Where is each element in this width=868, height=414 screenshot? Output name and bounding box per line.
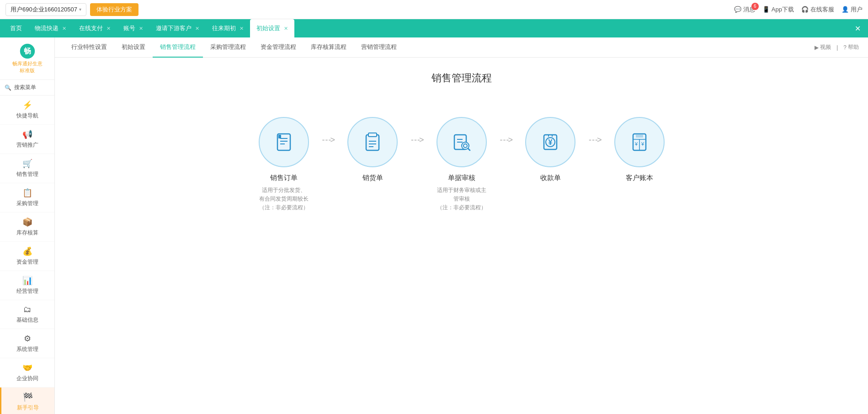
video-icon: ▶ bbox=[815, 44, 819, 51]
search-menu[interactable]: 🔍 搜索菜单 bbox=[0, 80, 54, 96]
tab-industry[interactable]: 行业特性设置 bbox=[64, 37, 114, 58]
tab-purchase-flow[interactable]: 采购管理流程 bbox=[203, 37, 253, 58]
account-book-icon: ¥ ¥ bbox=[628, 131, 650, 153]
sidebar-item-label: 快捷导航 bbox=[16, 112, 38, 120]
sidebar-item-sales[interactable]: 🛒 销售管理 bbox=[0, 154, 54, 183]
operations-icon: 📊 bbox=[22, 276, 32, 286]
user-selector[interactable]: 用户690企业1660120507 ▾ bbox=[5, 3, 86, 16]
nav-invite[interactable]: 邀请下游客户 ✕ bbox=[149, 19, 206, 37]
help-link[interactable]: ? 帮助 bbox=[843, 43, 859, 51]
user-avatar-icon: 👤 bbox=[841, 6, 849, 13]
svg-text:¥: ¥ bbox=[548, 138, 553, 146]
flow-step-sales-order: 销售订单 适用于分批发货、有合同发货周期较长（注：非必要流程） bbox=[247, 117, 320, 212]
close-icon[interactable]: ✕ bbox=[195, 26, 199, 32]
nav-home[interactable]: 首页 bbox=[4, 19, 28, 37]
flow-arrow-3: - - -> bbox=[500, 117, 512, 145]
invoice-icon bbox=[362, 131, 383, 153]
arrow-icon: - - -> bbox=[322, 135, 335, 145]
nav-invite-label: 邀请下游客户 bbox=[156, 24, 192, 32]
tab-marketing-flow[interactable]: 营销管理流程 bbox=[354, 37, 404, 58]
tab-inventory-flow[interactable]: 库存核算流程 bbox=[304, 37, 354, 58]
sidebar-item-system[interactable]: ⚙ 系统管理 bbox=[0, 329, 54, 358]
app-label: App下载 bbox=[772, 5, 794, 14]
sidebar-logo[interactable]: 畅 畅库通好生意标准版 bbox=[0, 37, 54, 80]
sidebar-item-label: 新手引导 bbox=[17, 404, 39, 412]
flow-arrow-2: - - -> bbox=[411, 117, 423, 145]
tab-inventory-flow-label: 库存核算流程 bbox=[311, 43, 346, 50]
enterprise-collab-icon: 🤝 bbox=[22, 363, 32, 373]
video-link[interactable]: ▶ 视频 bbox=[815, 43, 831, 51]
nav-payment[interactable]: 在线支付 ✕ bbox=[73, 19, 117, 37]
close-icon[interactable]: ✕ bbox=[284, 26, 288, 32]
nav-period[interactable]: 往来期初 ✕ bbox=[206, 19, 250, 37]
user-item[interactable]: 👤 用户 bbox=[841, 5, 863, 14]
sidebar-item-enterprise-collab[interactable]: 🤝 企业协同 bbox=[0, 358, 54, 387]
svg-text:¥: ¥ bbox=[634, 141, 638, 147]
flow-circle-review[interactable] bbox=[437, 117, 487, 167]
close-icon[interactable]: ✕ bbox=[107, 26, 111, 32]
user-label: 用户 bbox=[851, 5, 863, 14]
flow-circle-receipt[interactable]: ¥ bbox=[525, 117, 575, 167]
step-receipt-title: 收款单 bbox=[540, 174, 561, 182]
close-icon[interactable]: ✕ bbox=[62, 26, 66, 32]
nav-account[interactable]: 账号 ✕ bbox=[117, 19, 149, 37]
message-item[interactable]: 💬 消息 6 bbox=[734, 5, 755, 14]
finance-icon: 💰 bbox=[22, 246, 32, 256]
svg-rect-28 bbox=[636, 135, 643, 138]
sidebar-item-inventory[interactable]: 📦 库存核算 bbox=[0, 212, 54, 242]
nav-logistics-label: 物流快递 bbox=[35, 24, 59, 32]
message-icon: 💬 bbox=[734, 6, 741, 13]
user-selector-text: 用户690企业1660120507 bbox=[11, 5, 77, 14]
purchase-icon: 📋 bbox=[22, 188, 32, 198]
quick-nav-icon: ⚡ bbox=[22, 100, 32, 110]
order-icon bbox=[273, 131, 295, 153]
svg-rect-6 bbox=[278, 135, 281, 138]
sidebar-item-purchase[interactable]: 📋 采购管理 bbox=[0, 183, 54, 212]
step-sales-order-desc: 适用于分批发货、有合同发货周期较长（注：非必要流程） bbox=[259, 186, 309, 212]
help-icon: ? bbox=[843, 44, 847, 51]
nav-payment-label: 在线支付 bbox=[79, 24, 103, 32]
sidebar-item-basic-info[interactable]: 🗂 基础信息 bbox=[0, 300, 54, 329]
tab-init-label: 初始设置 bbox=[122, 43, 145, 50]
flow-circle-account-book[interactable]: ¥ ¥ bbox=[614, 117, 665, 167]
chevron-down-icon: ▾ bbox=[79, 7, 81, 12]
sidebar-item-quick-nav[interactable]: ⚡ 快捷导航 bbox=[0, 96, 54, 125]
sidebar-item-operations[interactable]: 📊 经营管理 bbox=[0, 271, 54, 300]
trial-button[interactable]: 体验行业方案 bbox=[90, 3, 138, 16]
beginner-icon: 🏁 bbox=[23, 392, 33, 402]
tab-sales-flow-label: 销售管理流程 bbox=[160, 43, 196, 50]
marketing-icon: 📢 bbox=[22, 129, 32, 139]
flow-circle-sales-invoice[interactable] bbox=[347, 117, 398, 167]
nav-account-label: 账号 bbox=[123, 24, 135, 32]
content-tabs-right: ▶ 视频 | ? 帮助 bbox=[815, 43, 859, 51]
sidebar-item-beginner[interactable]: 🏁 新手引导 bbox=[0, 387, 54, 414]
basic-info-icon: 🗂 bbox=[23, 305, 32, 314]
sidebar-item-marketing[interactable]: 📢 营销推广 bbox=[0, 125, 54, 154]
tab-fund-flow[interactable]: 资金管理流程 bbox=[253, 37, 304, 58]
tab-fund-flow-label: 资金管理流程 bbox=[261, 43, 296, 50]
tab-sales-flow[interactable]: 销售管理流程 bbox=[153, 37, 203, 58]
customer-service-item[interactable]: 🎧 在线客服 bbox=[801, 5, 834, 14]
flow-step-sales-invoice: 销货单 bbox=[336, 117, 409, 186]
content-scroll: 销售管理流程 销售订单 适用于分批发货、有合同 bbox=[55, 58, 868, 414]
sidebar-item-finance[interactable]: 💰 资金管理 bbox=[0, 242, 54, 271]
app-download-item[interactable]: 📱 App下载 bbox=[762, 5, 794, 14]
nav-bar: 首页 物流快递 ✕ 在线支付 ✕ 账号 ✕ 邀请下游客户 ✕ 往来期初 ✕ 初始… bbox=[0, 19, 868, 37]
tab-marketing-flow-label: 营销管理流程 bbox=[361, 43, 397, 50]
close-icon[interactable]: ✕ bbox=[240, 26, 244, 32]
nav-init-settings[interactable]: 初始设置 ✕ bbox=[250, 19, 294, 37]
tab-init[interactable]: 初始设置 bbox=[114, 37, 153, 58]
sidebar-item-label: 资金管理 bbox=[16, 258, 38, 266]
step-review-desc: 适用于财务审核或主管审核（注：非必要流程） bbox=[437, 186, 486, 212]
inventory-icon: 📦 bbox=[22, 217, 32, 227]
step-sales-invoice-title: 销货单 bbox=[362, 174, 383, 182]
close-icon[interactable]: ✕ bbox=[139, 26, 143, 32]
svg-rect-7 bbox=[366, 135, 379, 150]
flow-circle-sales-order[interactable] bbox=[259, 117, 309, 167]
nav-logistics[interactable]: 物流快递 ✕ bbox=[28, 19, 73, 37]
content-area: 行业特性设置 初始设置 销售管理流程 采购管理流程 资金管理流程 库存核算流程 … bbox=[55, 37, 868, 414]
arrow-icon: - - -> bbox=[411, 135, 423, 145]
nav-bar-close-btn[interactable]: ✕ bbox=[851, 24, 864, 33]
brand-logo-text: 畅库通好生意标准版 bbox=[12, 60, 43, 74]
svg-line-15 bbox=[468, 149, 470, 150]
